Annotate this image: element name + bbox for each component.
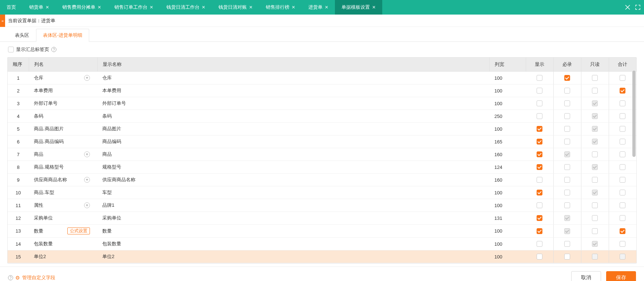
cell-display[interactable]: 商品图片 [97, 123, 489, 135]
show-checkbox[interactable] [537, 254, 542, 260]
close-icon[interactable]: ✕ [249, 5, 253, 10]
top-tab[interactable]: 销货单✕ [23, 0, 56, 15]
required-checkbox[interactable] [564, 139, 570, 145]
cell-display[interactable]: 供应商商品名称 [97, 174, 489, 186]
readonly-checkbox[interactable] [592, 215, 598, 221]
close-icon[interactable]: ✕ [372, 5, 376, 10]
sum-checkbox[interactable] [620, 228, 625, 234]
sum-checkbox[interactable] [620, 75, 625, 81]
cell-width[interactable]: 160 [489, 148, 526, 161]
cell-width[interactable]: 100 [489, 250, 526, 263]
show-checkbox[interactable] [537, 88, 542, 94]
required-checkbox[interactable] [564, 254, 570, 260]
cell-display[interactable]: 数量 [97, 225, 489, 238]
add-icon[interactable]: + [84, 177, 90, 183]
cell-display[interactable]: 本单费用 [97, 84, 489, 97]
save-button[interactable]: 保存 [606, 271, 636, 281]
cell-width[interactable]: 100 [489, 72, 526, 84]
show-checkbox[interactable] [537, 241, 542, 247]
add-icon[interactable]: + [84, 202, 90, 208]
readonly-checkbox[interactable] [592, 151, 598, 157]
cell-width[interactable]: 160 [489, 174, 526, 186]
table-row[interactable]: 4条码条码250 [8, 110, 636, 123]
required-checkbox[interactable] [564, 100, 570, 106]
cancel-button[interactable]: 取消 [571, 271, 601, 281]
top-tab[interactable]: 首页 [0, 0, 23, 15]
table-row[interactable]: 2本单费用本单费用100 [8, 84, 636, 97]
expand-handle-icon[interactable]: » [0, 15, 5, 27]
cell-display[interactable]: 仓库 [97, 72, 489, 84]
cell-width[interactable]: 100 [489, 97, 526, 110]
required-checkbox[interactable] [564, 177, 570, 183]
sum-checkbox[interactable] [620, 215, 625, 221]
table-row[interactable]: 9供应商商品名称+供应商商品名称160 [8, 174, 636, 186]
sum-checkbox[interactable] [620, 100, 625, 106]
top-tab[interactable]: 进货单✕ [302, 0, 335, 15]
close-icon[interactable]: ✕ [202, 5, 205, 10]
show-checkbox[interactable] [537, 215, 542, 221]
cell-display[interactable]: 商品 [97, 148, 489, 161]
top-tab[interactable]: 单据模板设置✕ [335, 0, 382, 15]
cell-display[interactable]: 包装数量 [97, 238, 489, 250]
close-icon[interactable]: ✕ [46, 5, 49, 10]
show-checkbox[interactable] [537, 113, 542, 119]
close-icon[interactable]: ✕ [98, 5, 101, 10]
cell-width[interactable]: 100 [489, 199, 526, 212]
top-tab[interactable]: 销售排行榜✕ [259, 0, 302, 15]
required-checkbox[interactable] [564, 241, 570, 247]
close-icon[interactable]: ✕ [150, 5, 153, 10]
sum-checkbox[interactable] [620, 139, 625, 145]
cell-display[interactable]: 商品编码 [97, 135, 489, 148]
cell-display[interactable]: 采购单位 [97, 212, 489, 225]
table-row[interactable]: 12采购单位采购单位131 [8, 212, 636, 225]
readonly-checkbox[interactable] [592, 228, 598, 234]
readonly-checkbox[interactable] [592, 88, 598, 94]
cell-width[interactable]: 250 [489, 110, 526, 123]
sum-checkbox[interactable] [620, 88, 625, 94]
close-icon[interactable]: ✕ [292, 5, 295, 10]
top-tab[interactable]: 销售订单工作台✕ [108, 0, 160, 15]
add-icon[interactable]: + [84, 75, 90, 81]
cell-display[interactable]: 车型 [97, 186, 489, 199]
sum-checkbox[interactable] [620, 126, 625, 132]
table-row[interactable]: 10商品.车型车型100 [8, 186, 636, 199]
close-all-icon[interactable] [625, 5, 630, 10]
fullscreen-icon[interactable] [635, 5, 640, 10]
cell-width[interactable]: 100 [489, 186, 526, 199]
sub-tab[interactable]: 表头区 [8, 29, 36, 41]
sum-checkbox[interactable] [620, 241, 625, 247]
cell-width[interactable]: 131 [489, 212, 526, 225]
cell-width[interactable]: 100 [489, 84, 526, 97]
show-checkbox[interactable] [537, 228, 542, 234]
cell-display[interactable]: 条码 [97, 110, 489, 123]
table-row[interactable]: 8商品.规格型号规格型号124 [8, 161, 636, 174]
add-icon[interactable]: + [84, 151, 90, 157]
top-tab[interactable]: 钱货日清工作台✕ [160, 0, 212, 15]
readonly-checkbox[interactable] [592, 75, 598, 81]
table-row[interactable]: 11属性+品牌1100 [8, 199, 636, 212]
top-tab[interactable]: 钱货日清对账✕ [212, 0, 259, 15]
sum-checkbox[interactable] [620, 202, 625, 208]
scrollbar-track[interactable] [632, 71, 636, 262]
cell-width[interactable]: 100 [489, 225, 526, 238]
scrollbar-thumb[interactable] [632, 71, 636, 157]
sum-checkbox[interactable] [620, 177, 625, 183]
summary-checkbox[interactable] [8, 47, 14, 52]
manage-custom-fields-link[interactable]: 管理自定义字段 [22, 274, 55, 281]
show-checkbox[interactable] [537, 126, 542, 132]
show-checkbox[interactable] [537, 202, 542, 208]
cell-width[interactable]: 100 [489, 123, 526, 135]
table-row[interactable]: 15单位2单位2100 [8, 250, 636, 263]
required-checkbox[interactable] [564, 113, 570, 119]
sum-checkbox[interactable] [620, 113, 625, 119]
readonly-checkbox[interactable] [592, 202, 598, 208]
table-row[interactable]: 14包装数量包装数量100 [8, 238, 636, 250]
table-row[interactable]: 7商品+商品160 [8, 148, 636, 161]
show-checkbox[interactable] [537, 139, 542, 145]
required-checkbox[interactable] [564, 75, 570, 81]
cell-width[interactable]: 165 [489, 135, 526, 148]
show-checkbox[interactable] [537, 190, 542, 195]
sum-checkbox[interactable] [620, 151, 625, 157]
table-row[interactable]: 3外部订单号外部订单号100 [8, 97, 636, 110]
table-row[interactable]: 13数量公式设置数量100 [8, 225, 636, 238]
